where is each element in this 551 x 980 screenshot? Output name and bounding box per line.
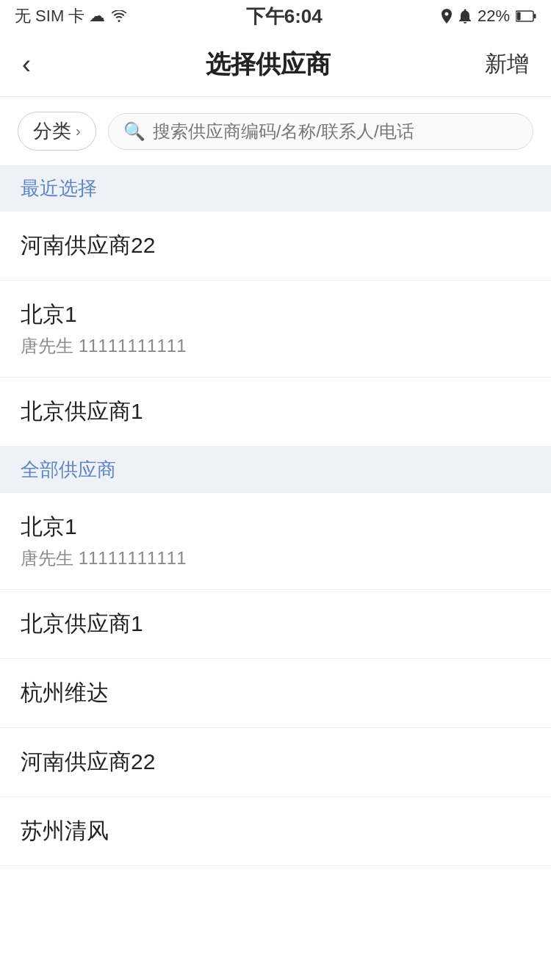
recent-section-label: 最近选择: [21, 177, 97, 199]
item-sub: 唐先生 11111111111: [21, 547, 530, 570]
battery-icon: [516, 10, 536, 22]
item-name: 苏州清风: [21, 816, 530, 846]
nav-bar: ‹ 选择供应商 新增: [0, 32, 551, 97]
search-icon: 🔍: [123, 121, 145, 142]
search-box[interactable]: 🔍: [108, 113, 533, 150]
list-item[interactable]: 北京供应商1: [0, 590, 551, 659]
svg-rect-2: [533, 14, 536, 18]
list-item[interactable]: 河南供应商22: [0, 212, 551, 281]
item-name: 河南供应商22: [21, 747, 530, 777]
chevron-right-icon: ›: [76, 123, 81, 140]
list-item[interactable]: 北京1唐先生 11111111111: [0, 493, 551, 590]
search-input[interactable]: [153, 121, 518, 142]
item-name: 北京1: [21, 300, 530, 330]
page-title: 选择供应商: [206, 48, 331, 82]
all-items-list: 北京1唐先生 11111111111北京供应商1杭州维达河南供应商22苏州清风: [0, 493, 551, 866]
list-item[interactable]: 北京供应商1: [0, 378, 551, 447]
list-item[interactable]: 河南供应商22: [0, 728, 551, 797]
filter-row: 分类 › 🔍: [0, 97, 551, 165]
list-item[interactable]: 苏州清风: [0, 797, 551, 866]
battery-level: 22%: [478, 7, 510, 26]
add-button[interactable]: 新增: [470, 49, 529, 79]
item-name: 北京供应商1: [21, 609, 530, 639]
category-label: 分类: [33, 118, 71, 144]
back-button[interactable]: ‹: [22, 49, 66, 80]
item-name: 北京供应商1: [21, 397, 530, 427]
recent-section-header: 最近选择: [0, 165, 551, 212]
location-icon: [441, 9, 453, 24]
sim-status: 无 SIM 卡 ☁: [15, 5, 105, 27]
item-name: 河南供应商22: [21, 231, 530, 261]
category-button[interactable]: 分类 ›: [18, 112, 96, 151]
item-sub: 唐先生 11111111111: [21, 334, 530, 358]
status-left: 无 SIM 卡 ☁: [15, 5, 127, 27]
list-item[interactable]: 杭州维达: [0, 659, 551, 728]
all-section-label: 全部供应商: [21, 458, 116, 480]
item-name: 北京1: [21, 512, 530, 542]
svg-rect-1: [516, 12, 520, 21]
item-name: 杭州维达: [21, 678, 530, 708]
status-right: 22%: [441, 7, 536, 26]
status-time: 下午6:04: [246, 4, 323, 29]
list-item[interactable]: 北京1唐先生 11111111111: [0, 281, 551, 378]
all-section-header: 全部供应商: [0, 447, 551, 493]
recent-items-list: 河南供应商22北京1唐先生 11111111111北京供应商1: [0, 212, 551, 447]
wifi-icon: [111, 10, 127, 22]
alarm-icon: [458, 9, 472, 24]
status-bar: 无 SIM 卡 ☁ 下午6:04 22%: [0, 0, 551, 32]
